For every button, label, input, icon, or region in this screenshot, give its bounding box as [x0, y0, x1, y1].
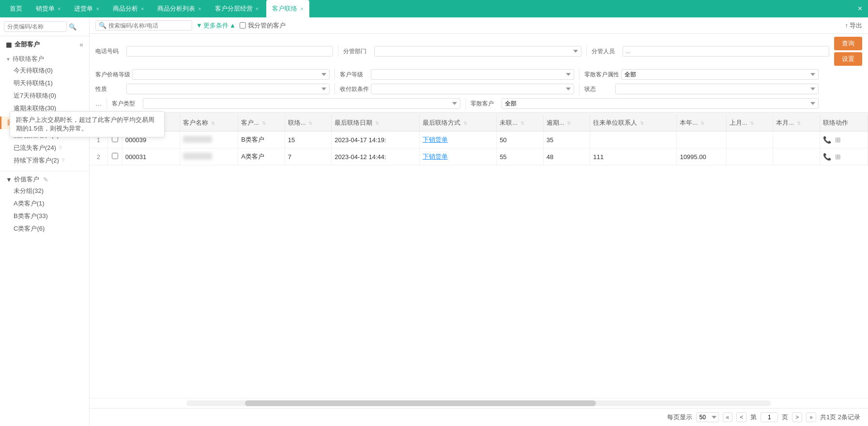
- sidebar-item-7days[interactable]: 近7天待联络(0): [0, 89, 89, 102]
- my-customers-checkbox[interactable]: 我分管的客户: [240, 21, 286, 30]
- gender-select[interactable]: [126, 84, 330, 94]
- sort-this-year-icon[interactable]: ⇅: [700, 120, 704, 126]
- sidebar-search-icon[interactable]: 🔍: [69, 23, 76, 30]
- horizontal-scrollbar[interactable]: [186, 400, 771, 406]
- last-page-btn[interactable]: »: [806, 412, 816, 422]
- price-level-select[interactable]: [132, 69, 330, 80]
- status-field: 状态: [584, 84, 819, 94]
- last-method-link[interactable]: 下销货单: [423, 136, 448, 143]
- sort-name-icon[interactable]: ⇅: [211, 120, 215, 126]
- edit-icon[interactable]: ✎: [43, 176, 48, 183]
- prev-page-btn[interactable]: <: [736, 412, 746, 422]
- sidebar-search-input[interactable]: [4, 21, 67, 32]
- sidebar-item-b-class[interactable]: B类客户(33): [0, 210, 89, 222]
- nav-tab-analysis-list[interactable]: 商品分析列表 ×: [152, 0, 207, 17]
- cell-level: B类客户: [238, 132, 285, 148]
- th-last-month[interactable]: 上月... ⇅: [726, 115, 773, 132]
- cell-last-method[interactable]: 下销货单: [419, 132, 496, 148]
- dept-select[interactable]: [374, 46, 581, 57]
- close-all-tabs[interactable]: ×: [858, 4, 862, 13]
- main-search-input[interactable]: [108, 22, 186, 29]
- cell-checkbox[interactable]: [107, 148, 122, 165]
- close-purchase-icon[interactable]: ×: [96, 6, 99, 12]
- more-conditions-btn[interactable]: ▼ 更多条件 ▲: [196, 21, 236, 30]
- col-label-level: 客户...: [241, 119, 259, 126]
- th-uncontacted[interactable]: 未联... ⇅: [497, 115, 544, 132]
- sort-last-method-icon[interactable]: ⇅: [463, 120, 467, 126]
- nav-tab-purchase[interactable]: 进货单 ×: [68, 0, 105, 17]
- nav-tab-analysis[interactable]: 商品分析 ×: [107, 0, 150, 17]
- filter-row-1: 电话号码 分管部门 分管人员 查询 设置: [95, 37, 862, 66]
- question-icon-declining[interactable]: ?: [61, 158, 64, 163]
- sidebar-item-today[interactable]: 今天待联络(0): [0, 64, 89, 77]
- nav-tab-customer-contact[interactable]: 客户联络 ×: [266, 0, 309, 17]
- close-sales-icon[interactable]: ×: [58, 6, 61, 12]
- th-last-contact-method[interactable]: 最后联络方式 ⇅: [419, 115, 496, 132]
- payment-terms-select[interactable]: [371, 84, 574, 94]
- sidebar-item-ungroup[interactable]: 未分组(32): [0, 185, 89, 197]
- cell-overdue: 35: [543, 132, 590, 148]
- row-checkbox[interactable]: [112, 153, 118, 159]
- sidebar: 🔍 ▦ 全部客户 « ▼ 待联络客户 今天待联络(0) 明天待联络(1) 近7天…: [0, 17, 90, 426]
- customer-level-select[interactable]: [371, 69, 574, 80]
- sidebar-search-area: 🔍: [0, 17, 89, 36]
- cell-this-month: [773, 132, 820, 148]
- th-this-year[interactable]: 本年... ⇅: [677, 115, 726, 132]
- grid-action-icon[interactable]: ⊞: [835, 153, 841, 161]
- grid-action-icon[interactable]: ⊞: [835, 136, 841, 144]
- close-customer-segment-icon[interactable]: ×: [256, 6, 259, 12]
- th-this-month[interactable]: 本月... ⇅: [773, 115, 820, 132]
- retail-customer-select[interactable]: 全部: [502, 98, 819, 109]
- sort-contact-person-icon[interactable]: ⇅: [640, 120, 644, 126]
- close-analysis-icon[interactable]: ×: [141, 6, 144, 12]
- settings-btn[interactable]: 设置: [834, 52, 862, 66]
- last-method-link[interactable]: 下销货单: [423, 153, 448, 160]
- sort-last-month-icon[interactable]: ⇅: [750, 120, 754, 126]
- th-contact-person[interactable]: 往来单位联系人 ⇅: [590, 115, 677, 132]
- th-overdue[interactable]: 逾期... ⇅: [543, 115, 590, 132]
- horizontal-scrollbar-thumb[interactable]: [245, 400, 596, 406]
- sort-this-month-icon[interactable]: ⇅: [797, 120, 801, 126]
- cell-level: A类客户: [238, 148, 285, 165]
- sidebar-item-a-class[interactable]: A类客户(1): [0, 197, 89, 210]
- person-input[interactable]: [623, 46, 829, 57]
- pending-arrow-icon: ▼: [6, 57, 11, 62]
- sidebar-item-tomorrow[interactable]: 明天待联络(1): [0, 77, 89, 89]
- sort-contact-count-icon[interactable]: ⇅: [308, 120, 312, 126]
- page-input[interactable]: [761, 412, 778, 422]
- close-analysis-list-icon[interactable]: ×: [198, 6, 201, 12]
- more-dots[interactable]: ...: [95, 99, 102, 108]
- th-level[interactable]: 客户... ⇅: [238, 115, 285, 132]
- nav-tab-customer-segment[interactable]: 客户分层经营 ×: [209, 0, 264, 17]
- cell-last-method[interactable]: 下销货单: [419, 148, 496, 165]
- phone-input[interactable]: [126, 46, 333, 57]
- page-size-select[interactable]: 50 100: [696, 412, 719, 422]
- phone-action-icon[interactable]: 📞: [823, 153, 831, 161]
- sort-level-icon[interactable]: ⇅: [262, 120, 266, 126]
- sidebar-item-c-class[interactable]: C类客户(6): [0, 222, 89, 235]
- sidebar-item-declining[interactable]: 持续下滑客户(2) ?: [0, 154, 89, 167]
- th-name[interactable]: 客户名称 ⇅: [180, 115, 238, 132]
- query-btn[interactable]: 查询: [834, 37, 862, 50]
- nav-tab-home[interactable]: 首页: [4, 0, 28, 17]
- close-customer-contact-icon[interactable]: ×: [300, 6, 303, 12]
- first-page-btn[interactable]: «: [723, 412, 733, 422]
- sidebar-item-churned[interactable]: 已流失客户(24) ?: [0, 142, 89, 154]
- status-select[interactable]: [615, 84, 819, 94]
- th-last-contact-date[interactable]: 最后联络日期 ⇅: [332, 115, 420, 132]
- export-btn[interactable]: ↑ 导出: [845, 21, 863, 30]
- sort-overdue-icon[interactable]: ⇅: [567, 120, 571, 126]
- col-label-last-date: 最后联络日期: [335, 119, 372, 126]
- my-customers-check[interactable]: [240, 22, 246, 29]
- phone-action-icon[interactable]: 📞: [823, 136, 831, 144]
- question-icon-churned[interactable]: ?: [59, 145, 61, 151]
- customer-type-select[interactable]: [143, 98, 460, 109]
- divider2: [586, 45, 587, 57]
- th-contact-count[interactable]: 联络... ⇅: [285, 115, 332, 132]
- retail-attr-select[interactable]: 全部: [621, 69, 819, 80]
- sort-uncontacted-icon[interactable]: ⇅: [520, 120, 524, 126]
- sort-last-date-icon[interactable]: ⇅: [375, 120, 379, 126]
- nav-tab-sales[interactable]: 销货单 ×: [30, 0, 66, 17]
- sidebar-collapse-btn[interactable]: «: [79, 41, 83, 48]
- next-page-btn[interactable]: >: [792, 412, 802, 422]
